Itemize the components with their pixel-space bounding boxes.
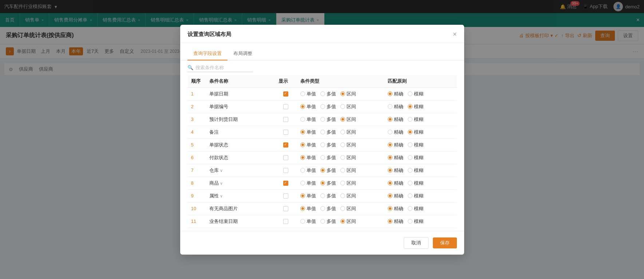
- radio-dot: [408, 104, 412, 109]
- radio-label: 模糊: [414, 129, 423, 132]
- match-radio-group: 精确模糊: [388, 116, 453, 123]
- type-radio-item[interactable]: 多值: [320, 129, 336, 132]
- type-radio-item[interactable]: 单值: [300, 103, 316, 110]
- row-condition-name: 备注: [206, 126, 275, 131]
- radio-label: 单值: [307, 129, 316, 132]
- tab-layout-adjust[interactable]: 布局调整: [228, 47, 258, 60]
- match-radio-item[interactable]: 精确: [388, 91, 403, 97]
- th-display: 显示: [275, 75, 297, 88]
- row-type-cell: 单值多值区间: [297, 100, 384, 113]
- radio-label: 多值: [327, 116, 336, 123]
- display-checkbox[interactable]: [283, 130, 288, 131]
- table-row: 3预计到货日期单值多值区间精确模糊: [187, 113, 457, 126]
- radio-label: 精确: [394, 116, 403, 123]
- type-radio-group: 单值多值区间: [300, 91, 380, 97]
- radio-dot: [300, 91, 305, 96]
- th-match: 匹配原则: [384, 75, 457, 88]
- type-radio-item[interactable]: 多值: [320, 116, 336, 123]
- match-radio-item[interactable]: 模糊: [408, 116, 423, 123]
- modal-header: 设置查询区域布局 ×: [180, 25, 464, 43]
- match-radio-item[interactable]: 精确: [388, 129, 403, 132]
- type-radio-item[interactable]: 单值: [300, 129, 316, 132]
- radio-dot: [340, 104, 345, 109]
- modal-overlay: 设置查询区域布局 × 查询字段设置 布局调整 🔍 顺序 条件名称 显示: [0, 0, 644, 131]
- radio-dot: [408, 91, 412, 96]
- radio-dot: [340, 130, 345, 131]
- radio-label: 模糊: [414, 116, 423, 123]
- row-display-checkbox-cell: [275, 113, 297, 126]
- radio-dot: [388, 117, 392, 122]
- radio-dot: [320, 104, 325, 109]
- row-match-cell: 精确模糊: [384, 87, 457, 100]
- row-match-cell: 精确模糊: [384, 100, 457, 113]
- display-checkbox[interactable]: [283, 104, 288, 109]
- row-type-cell: 单值多值区间: [297, 126, 384, 131]
- radio-label: 精确: [394, 91, 403, 97]
- radio-dot: [320, 117, 325, 122]
- type-radio-item[interactable]: 多值: [320, 103, 336, 110]
- type-radio-item[interactable]: 区间: [340, 91, 356, 97]
- radio-dot: [320, 91, 325, 96]
- row-order: 1: [187, 87, 206, 100]
- th-type: 条件类型: [297, 75, 384, 88]
- radio-dot: [388, 130, 392, 131]
- type-radio-item[interactable]: 区间: [340, 116, 356, 123]
- radio-dot: [340, 117, 345, 122]
- search-input-wrap: 🔍: [187, 65, 253, 72]
- radio-label: 精确: [394, 129, 403, 132]
- match-radio-item[interactable]: 精确: [388, 116, 403, 123]
- row-display-checkbox-cell: [275, 126, 297, 131]
- th-name: 条件名称: [206, 75, 275, 88]
- match-radio-item[interactable]: 模糊: [408, 129, 423, 132]
- radio-label: 多值: [327, 129, 336, 132]
- radio-label: 模糊: [414, 91, 423, 97]
- radio-dot: [300, 117, 305, 122]
- display-checkbox[interactable]: [283, 117, 288, 122]
- row-condition-name: 单据编号: [206, 100, 275, 113]
- modal-search-area: 🔍: [180, 60, 464, 75]
- match-radio-item[interactable]: 模糊: [408, 103, 423, 110]
- table-row: 2单据编号单值多值区间精确模糊: [187, 100, 457, 113]
- type-radio-item[interactable]: 多值: [320, 91, 336, 97]
- radio-dot: [388, 91, 392, 96]
- type-radio-item[interactable]: 单值: [300, 91, 316, 97]
- table-row: 4备注单值多值区间精确模糊: [187, 126, 457, 131]
- radio-label: 区间: [347, 129, 356, 132]
- row-order: 2: [187, 100, 206, 113]
- type-radio-group: 单值多值区间: [300, 129, 380, 132]
- radio-label: 精确: [394, 103, 403, 110]
- radio-label: 单值: [307, 103, 316, 110]
- modal-tabs: 查询字段设置 布局调整: [180, 43, 464, 60]
- radio-dot: [388, 104, 392, 109]
- match-radio-group: 精确模糊: [388, 103, 453, 110]
- match-radio-group: 精确模糊: [388, 91, 453, 97]
- settings-modal: 设置查询区域布局 × 查询字段设置 布局调整 🔍 顺序 条件名称 显示: [180, 25, 464, 132]
- match-radio-item[interactable]: 模糊: [408, 91, 423, 97]
- type-radio-item[interactable]: 区间: [340, 103, 356, 110]
- tab-query-fields[interactable]: 查询字段设置: [187, 47, 228, 60]
- row-display-checkbox-cell: [275, 87, 297, 100]
- radio-dot: [408, 130, 412, 131]
- radio-label: 区间: [347, 116, 356, 123]
- search-icon: 🔍: [187, 65, 193, 70]
- radio-dot: [300, 130, 305, 131]
- row-match-cell: 精确模糊: [384, 126, 457, 131]
- radio-dot: [320, 130, 325, 131]
- search-input[interactable]: [195, 65, 246, 70]
- modal-table: 顺序 条件名称 显示 条件类型 匹配原则 1单据日期单值多值区间精确模糊2单据编…: [187, 75, 457, 132]
- display-checkbox[interactable]: [283, 91, 288, 97]
- row-match-cell: 精确模糊: [384, 113, 457, 126]
- row-condition-name: 单据日期: [206, 87, 275, 100]
- type-radio-item[interactable]: 单值: [300, 116, 316, 123]
- type-radio-item[interactable]: 区间: [340, 129, 356, 132]
- row-display-checkbox-cell: [275, 100, 297, 113]
- modal-close-button[interactable]: ×: [453, 31, 457, 38]
- radio-label: 区间: [347, 91, 356, 97]
- radio-label: 多值: [327, 91, 336, 97]
- match-radio-item[interactable]: 精确: [388, 103, 403, 110]
- type-radio-group: 单值多值区间: [300, 103, 380, 110]
- radio-label: 多值: [327, 103, 336, 110]
- row-condition-name: 预计到货日期: [206, 113, 275, 126]
- row-type-cell: 单值多值区间: [297, 87, 384, 100]
- radio-label: 单值: [307, 116, 316, 123]
